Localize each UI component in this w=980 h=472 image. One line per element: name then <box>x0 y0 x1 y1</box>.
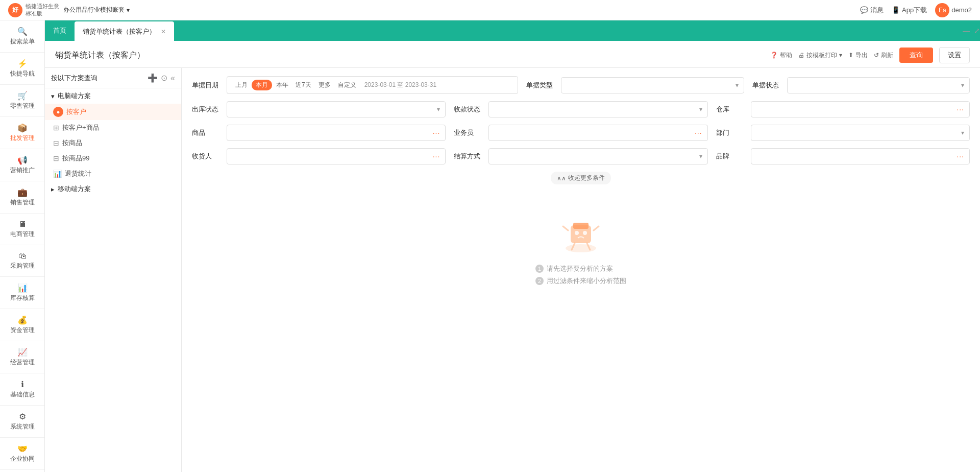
sidebar-item-sales[interactable]: 💼 销售管理 <box>0 181 44 214</box>
salesperson-select[interactable]: ··· <box>488 125 707 141</box>
sidebar-item-wholesale[interactable]: 📦 批发管理 <box>0 117 44 149</box>
order-type-select[interactable]: ▾ <box>561 77 744 93</box>
out-status-select[interactable]: ▾ <box>227 101 446 117</box>
edit-scheme-icon[interactable]: ⊙ <box>161 73 167 83</box>
date-tab-this-month[interactable]: 本月 <box>252 80 272 90</box>
message-btn[interactable]: 💬 消息 <box>860 6 884 15</box>
search-icon: 🔍 <box>2 27 42 36</box>
app-download-btn[interactable]: 📱 App下载 <box>892 6 927 15</box>
sidebar-item-quick-nav[interactable]: ⚡ 快捷导航 <box>0 53 44 85</box>
industry-selector[interactable]: 办公用品行业模拟账套 ▾ <box>63 6 130 14</box>
brand-select[interactable]: ··· <box>751 148 970 164</box>
scheme-item-by-goods[interactable]: ⊟ 按商品 <box>45 135 181 151</box>
date-tab-last-month[interactable]: 上月 <box>232 80 251 90</box>
megaphone-icon: 📢 <box>2 155 42 165</box>
sidebar-item-marketing[interactable]: 📢 营销推广 <box>0 149 44 181</box>
help-btn[interactable]: ❓ 帮助 <box>770 51 792 60</box>
top-bar: 好 畅捷通好生意 标准版 办公用品行业模拟账套 ▾ 💬 消息 📱 App下载 <box>0 0 980 20</box>
scheme-item-by-customer-goods[interactable]: ⊞ 按客户+商品 <box>45 120 181 135</box>
empty-illustration <box>555 205 606 256</box>
collapse-up-icon: ∧∧ <box>557 175 566 182</box>
template-print-btn[interactable]: 🖨 按模板打印 ▾ <box>798 51 842 60</box>
tree-expand-icon: ▾ <box>51 92 55 100</box>
active-scheme-icon: ● <box>53 107 63 117</box>
tab-bar: 首页 销货单统计表（按客户） ✕ — ⤢ <box>45 20 980 41</box>
refresh-btn[interactable]: ↺ 刷新 <box>874 51 893 60</box>
sidebar-item-system[interactable]: ⚙ 系统管理 <box>0 406 44 438</box>
collapse-button[interactable]: ∧∧ 收起更多条件 <box>551 172 611 184</box>
export-btn[interactable]: ⬆ 导出 <box>848 51 868 60</box>
chart-icon: 📊 <box>2 283 42 293</box>
filter-date: 单据日期 上月 本月 本年 近7天 更多 自定义 2023-03-01 至 20… <box>192 76 518 94</box>
filter-row-3: 商品 ··· 业务员 ··· <box>192 125 970 141</box>
sidebar-item-purchase[interactable]: 🛍 采购管理 <box>0 245 44 277</box>
filter-department: 部门 ▾ <box>716 125 970 141</box>
user-menu[interactable]: Ea demo2 <box>935 3 972 17</box>
sidebar-item-search-menu[interactable]: 🔍 搜索菜单 <box>0 20 44 53</box>
collapse-icon[interactable]: « <box>170 74 175 83</box>
empty-state: 1 请先选择要分析的方案 2 用过滤条件来缩小分析范围 <box>192 184 970 309</box>
date-range-text: 2023-03-01 至 2023-03-31 <box>364 81 436 89</box>
date-tab-this-year[interactable]: 本年 <box>273 80 291 90</box>
logo-icon: 好 <box>8 3 22 17</box>
sidebar-item-enterprise[interactable]: 🤝 企业协同 <box>0 438 44 470</box>
filter-row-4: 收货人 ··· 结算方式 ▾ <box>192 148 970 164</box>
tree-group-mobile: ▸ 移动端方案 <box>45 181 181 197</box>
maximize-icon[interactable]: ⤢ <box>974 27 980 35</box>
out-status-label: 出库状态 <box>192 105 223 114</box>
sidebar-item-ecommerce[interactable]: 🖥 电商管理 <box>0 214 44 245</box>
date-tabs: 上月 本月 本年 近7天 更多 自定义 2023-03-01 至 2023-03… <box>232 80 436 90</box>
warehouse-select[interactable]: ··· <box>751 101 970 117</box>
sidebar-item-newbie[interactable]: 🎯 新手引导 <box>0 470 44 472</box>
department-arrow-icon: ▾ <box>961 129 964 136</box>
order-status-select[interactable]: ▾ <box>787 77 970 93</box>
content-area: 首页 销货单统计表（按客户） ✕ — ⤢ 销货单统计表（按客户） ❓ <box>45 20 980 472</box>
add-scheme-icon[interactable]: ➕ <box>148 73 158 83</box>
goods-more-icon: ··· <box>433 129 440 137</box>
trend-icon: 📈 <box>2 347 42 357</box>
scheme-panel-title: 按以下方案查询 <box>51 74 97 83</box>
table2-icon: ⊟ <box>53 154 59 162</box>
tab-close-icon[interactable]: ✕ <box>161 28 166 35</box>
scheme-item-by-customer[interactable]: ● 按客户 <box>45 104 181 120</box>
handshake-icon: 🤝 <box>2 444 42 454</box>
warehouse-more-icon: ··· <box>957 105 964 113</box>
query-button[interactable]: 查询 <box>899 48 933 63</box>
filter-row-2: 出库状态 ▾ 收款状态 ▾ <box>192 101 970 117</box>
sidebar-item-basic-info[interactable]: ℹ 基础信息 <box>0 373 44 406</box>
filter-row-1: 单据日期 上月 本月 本年 近7天 更多 自定义 2023-03-01 至 20… <box>192 76 970 94</box>
table-icon: ⊟ <box>53 139 59 147</box>
tree-group-mobile-header[interactable]: ▸ 移动端方案 <box>45 181 181 197</box>
department-label: 部门 <box>716 128 747 137</box>
receive-status-select[interactable]: ▾ <box>488 101 707 117</box>
filter-salesperson: 业务员 ··· <box>454 125 707 141</box>
sidebar-item-retail[interactable]: 🛒 零售管理 <box>0 85 44 117</box>
empty-tip-1: 1 请先选择要分析的方案 <box>535 264 626 273</box>
help-icon: ❓ <box>770 52 778 59</box>
sidebar-item-inventory[interactable]: 📊 库存核算 <box>0 277 44 309</box>
minimize-icon[interactable]: — <box>963 27 970 35</box>
out-status-arrow-icon: ▾ <box>437 106 440 113</box>
salesperson-label: 业务员 <box>454 128 484 137</box>
receiver-select[interactable]: ··· <box>227 148 446 164</box>
date-input[interactable]: 上月 本月 本年 近7天 更多 自定义 2023-03-01 至 2023-03… <box>227 76 518 94</box>
date-tab-custom[interactable]: 自定义 <box>335 80 359 90</box>
tab-sales-stat[interactable]: 销货单统计表（按客户） ✕ <box>75 21 174 42</box>
tree-group-desktop-header[interactable]: ▾ 电脑端方案 <box>45 88 181 104</box>
settings-button[interactable]: 设置 <box>939 47 970 63</box>
date-tab-7days[interactable]: 近7天 <box>292 80 314 90</box>
department-select[interactable]: ▾ <box>751 125 970 141</box>
tab-home[interactable]: 首页 <box>45 20 75 41</box>
order-status-label: 单据状态 <box>752 81 783 90</box>
settlement-label: 结算方式 <box>454 152 484 161</box>
goods-select[interactable]: ··· <box>227 125 446 141</box>
sidebar: 🔍 搜索菜单 ⚡ 快捷导航 🛒 零售管理 📦 批发管理 📢 营销推广 💼 <box>0 20 45 472</box>
scheme-item-by-goods-99[interactable]: ⊟ 按商品99 <box>45 151 181 166</box>
sidebar-item-finance[interactable]: 💰 资金管理 <box>0 309 44 341</box>
scheme-item-return-stat[interactable]: 📊 退货统计 <box>45 166 181 181</box>
date-tab-more[interactable]: 更多 <box>315 80 334 90</box>
warehouse-label: 仓库 <box>716 105 747 114</box>
settlement-select[interactable]: ▾ <box>488 148 707 164</box>
money-icon: 💰 <box>2 315 42 325</box>
sidebar-item-operations[interactable]: 📈 经营管理 <box>0 341 44 373</box>
